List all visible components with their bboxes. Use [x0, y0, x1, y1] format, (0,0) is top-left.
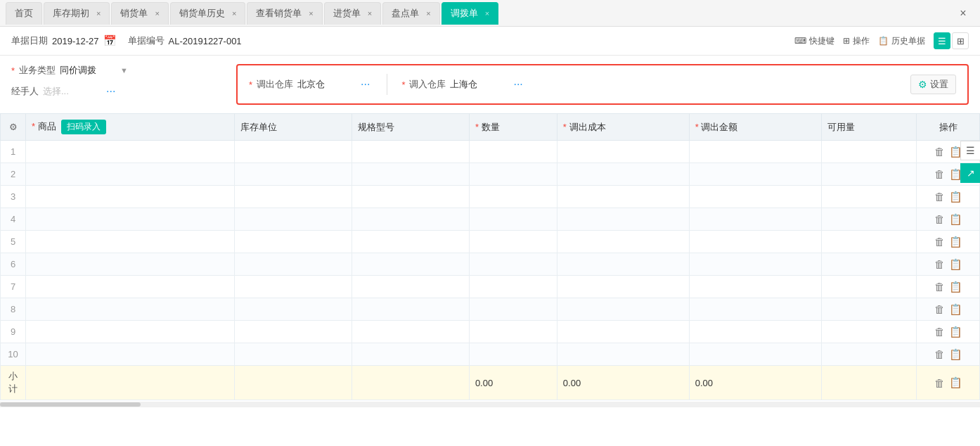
transfer-out-value[interactable]: 北京仓: [297, 78, 354, 91]
tab-sales-history[interactable]: 销货单历史 ×: [170, 2, 245, 25]
row-7-product[interactable]: [26, 276, 235, 298]
row-9-amount[interactable]: [689, 321, 821, 343]
row-6-product[interactable]: [26, 253, 235, 276]
row-9-qty[interactable]: [469, 321, 557, 343]
row-10-amount[interactable]: [689, 343, 821, 366]
row-5-copy-btn[interactable]: 📋: [949, 236, 962, 248]
row-3-delete-btn[interactable]: 🗑: [934, 191, 945, 203]
row-4-amount[interactable]: [689, 208, 821, 231]
sidebar-list-icon-btn[interactable]: ☰: [960, 141, 980, 160]
row-8-product[interactable]: [26, 298, 235, 321]
row-3-copy-btn[interactable]: 📋: [949, 191, 962, 203]
tab-transfer-close[interactable]: ×: [485, 9, 489, 18]
row-8-copy-btn[interactable]: 📋: [949, 303, 962, 316]
row-9-cost[interactable]: [557, 321, 689, 343]
row-11-delete-btn[interactable]: 🗑: [934, 377, 945, 389]
row-1-qty[interactable]: [469, 141, 557, 163]
tab-sales-close[interactable]: ×: [155, 9, 159, 18]
row-8-qty[interactable]: [469, 298, 557, 321]
row-7-cost[interactable]: [557, 276, 689, 298]
tab-sales[interactable]: 销货单 ×: [111, 2, 168, 25]
row-2-delete-btn[interactable]: 🗑: [934, 168, 945, 180]
row-1-delete-btn[interactable]: 🗑: [934, 146, 945, 158]
row-1-cost[interactable]: [557, 141, 689, 163]
row-4-qty[interactable]: [469, 208, 557, 231]
row-8-delete-btn[interactable]: 🗑: [934, 303, 945, 315]
row-4-copy-btn[interactable]: 📋: [949, 213, 962, 226]
calendar-icon[interactable]: 📅: [103, 34, 117, 47]
row-9-copy-btn[interactable]: 📋: [949, 326, 962, 338]
handler-more-btn[interactable]: ···: [103, 85, 118, 98]
tab-view-sales-close[interactable]: ×: [309, 9, 313, 18]
tab-inventory-label: 盘点单: [392, 7, 419, 20]
column-settings-icon[interactable]: ⚙: [9, 122, 18, 132]
table-row: 1 🗑 📋: [1, 141, 980, 163]
tab-stock-init[interactable]: 库存期初 ×: [44, 2, 110, 25]
row-6-copy-btn[interactable]: 📋: [949, 258, 962, 271]
table-body: 1 🗑 📋 2 🗑 📋 3 🗑 📋 4 🗑 📋 5 🗑 📋 6 🗑 📋 7: [1, 141, 980, 400]
row-5-delete-btn[interactable]: 🗑: [934, 236, 945, 248]
tab-view-sales[interactable]: 查看销货单 ×: [247, 2, 322, 25]
row-11-copy-btn[interactable]: 📋: [949, 376, 962, 389]
row-3-product[interactable]: [26, 186, 235, 208]
row-9-product[interactable]: [26, 321, 235, 343]
layout-list-btn[interactable]: ☰: [934, 32, 950, 49]
shortcut-action[interactable]: ⌨ 快捷键: [794, 35, 834, 47]
row-10-delete-btn[interactable]: 🗑: [934, 348, 945, 360]
row-7-amount[interactable]: [689, 276, 821, 298]
tab-inventory-close[interactable]: ×: [426, 9, 430, 18]
row-1-amount[interactable]: [689, 141, 821, 163]
row-1-product[interactable]: [26, 141, 235, 163]
row-4-product[interactable]: [26, 208, 235, 231]
layout-grid-btn[interactable]: ⊞: [952, 32, 969, 49]
business-type-value[interactable]: 同价调拨: [60, 64, 116, 77]
row-10-product[interactable]: [26, 343, 235, 366]
row-2-cost[interactable]: [557, 163, 689, 186]
row-5-amount[interactable]: [689, 231, 821, 253]
row-3-qty[interactable]: [469, 186, 557, 208]
row-3-amount[interactable]: [689, 186, 821, 208]
row-2-amount[interactable]: [689, 163, 821, 186]
row-2-product[interactable]: [26, 163, 235, 186]
operate-action[interactable]: ⊞ 操作: [843, 35, 870, 47]
row-6-delete-btn[interactable]: 🗑: [934, 258, 945, 270]
row-6-qty[interactable]: [469, 253, 557, 276]
row-8-amount[interactable]: [689, 298, 821, 321]
transfer-in-value[interactable]: 上海仓: [450, 78, 506, 91]
row-6-cost[interactable]: [557, 253, 689, 276]
row-8-cost[interactable]: [557, 298, 689, 321]
row-4-delete-btn[interactable]: 🗑: [934, 213, 945, 225]
row-5-product[interactable]: [26, 231, 235, 253]
history-action[interactable]: 📋 历史单据: [878, 35, 925, 47]
scan-button[interactable]: 扫码录入: [61, 120, 106, 134]
tab-inventory[interactable]: 盘点单 ×: [382, 2, 439, 25]
row-2-qty[interactable]: [469, 163, 557, 186]
handler-value[interactable]: 选择...: [43, 85, 99, 98]
row-7-copy-btn[interactable]: 📋: [949, 281, 962, 293]
settings-button[interactable]: ⚙ 设置: [910, 75, 956, 94]
row-10-cost[interactable]: [557, 343, 689, 366]
row-7-delete-btn[interactable]: 🗑: [934, 281, 945, 293]
transfer-in-more-btn[interactable]: ···: [510, 78, 525, 91]
tab-transfer[interactable]: 调拨单 ×: [441, 2, 498, 25]
row-5-cost[interactable]: [557, 231, 689, 253]
window-close-button[interactable]: ×: [952, 2, 974, 25]
row-6-amount[interactable]: [689, 253, 821, 276]
row-9-delete-btn[interactable]: 🗑: [934, 326, 945, 338]
business-type-arrow[interactable]: ▼: [120, 66, 128, 75]
row-10-qty[interactable]: [469, 343, 557, 366]
tab-stock-init-close[interactable]: ×: [96, 9, 101, 18]
row-10-copy-btn[interactable]: 📋: [949, 348, 962, 361]
sidebar-export-icon-btn[interactable]: ↗: [960, 163, 980, 183]
row-5-qty[interactable]: [469, 231, 557, 253]
row-3-cost[interactable]: [557, 186, 689, 208]
horizontal-scrollbar[interactable]: [0, 402, 980, 407]
row-7-qty[interactable]: [469, 276, 557, 298]
tab-sales-history-close[interactable]: ×: [232, 9, 236, 18]
tab-home[interactable]: 首页: [6, 2, 42, 25]
scrollbar-thumb[interactable]: [0, 402, 141, 407]
tab-purchase[interactable]: 进货单 ×: [324, 2, 381, 25]
transfer-out-more-btn[interactable]: ···: [358, 78, 373, 91]
tab-purchase-close[interactable]: ×: [368, 9, 372, 18]
row-4-cost[interactable]: [557, 208, 689, 231]
